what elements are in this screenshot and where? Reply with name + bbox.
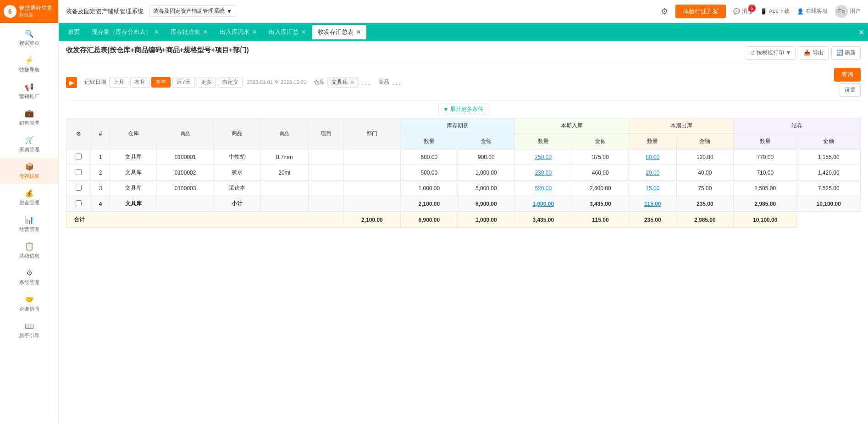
tab-4[interactable]: 出入库汇总✕ [263,25,311,39]
try-button[interactable]: 体验行业方案 [675,5,726,18]
settings-icon[interactable]: ⚙ [661,6,668,16]
row-no-2: 3 [91,181,110,196]
tab-5[interactable]: 收发存汇总表✕ [312,25,366,39]
row-dept-1 [343,165,400,181]
tab-3[interactable]: 出入库流水✕ [214,25,262,39]
user-action[interactable]: Ea 用户 [835,5,861,18]
subtotal-out-amt: 235.00 [676,196,733,212]
refresh-button[interactable]: 🔄 刷新 [831,46,861,60]
sidebar-item-6[interactable]: 💰资金管理 [0,184,58,211]
sidebar-icon-2: 📢 [25,82,34,91]
total-row: 合计 2,100.00 6,900.00 1,000.00 3,435.00 1… [66,212,861,228]
tab-close-2[interactable]: ✕ [203,29,208,35]
col-no-header: # [91,118,110,149]
chevron-down-icon: ▼ [785,49,791,56]
in-amt-header: 金额 [572,134,629,149]
date-btn-上月[interactable]: 上月 [109,77,128,88]
col-dept-header: 部门 [343,118,400,149]
sidebar-item-0[interactable]: 🔍搜索菜单 [0,25,58,51]
sidebar-item-4[interactable]: 🛒采购管理 [0,131,58,158]
print-button[interactable]: 🖨 按模板打印 ▼ [745,46,796,60]
subtotal-dept [343,196,400,212]
system-select[interactable]: 装备及固定资产辅助管理系统 ▼ [149,5,236,17]
page-content: 收发存汇总表(按仓库+商品编码+商品+规格型号+项目+部门) 🖨 按模板打印 ▼… [59,41,868,423]
warehouse-more[interactable]: ... [361,77,371,87]
row-name-2: 采访本 [214,181,260,196]
tab-label-1: 现存量（库存分布表） [92,28,151,36]
date-btn-近7天[interactable]: 近7天 [172,77,195,88]
sidebar-item-11[interactable]: 📖新手引导 [0,317,58,344]
tab-close-3[interactable]: ✕ [252,29,257,35]
page-title: 收发存汇总表(按仓库+商品编码+商品+规格型号+项目+部门) [66,46,249,55]
sidebar-item-7[interactable]: 📊经营管理 [0,211,58,237]
row-project-1 [308,165,343,181]
export-icon: 📤 [804,49,811,56]
tab-close-1[interactable]: ✕ [154,29,159,35]
subtotal-in-qty: 1,000.00 [515,196,572,212]
total-bal-qty: 2,985.00 [676,212,733,228]
total-open-amt: 6,900.00 [401,212,458,228]
sidebar-item-10[interactable]: 🤝企业协同 [0,291,58,317]
refresh-icon: 🔄 [836,49,843,56]
query-button[interactable]: 查询 [834,68,861,82]
table-wrapper: ⚙ # 仓库 商品 商品 商品 项目 部门 库存期初 本期入库 本期出库 结存 [59,118,868,423]
row-checkbox-2[interactable] [66,181,91,196]
row-in-qty-0: 250.00 [515,149,572,165]
date-btn-本年[interactable]: 本年 [151,77,171,88]
row-in-qty-1: 230.00 [515,165,572,181]
tab-2[interactable]: 库存批次账✕ [165,25,213,39]
col-in-header: 本期入库 [515,118,629,134]
collapse-arrow[interactable]: ▶ [66,77,77,88]
expand-conditions-button[interactable]: ▼ 展开更多条件 [438,104,489,115]
tab-1[interactable]: 现存量（库存分布表）✕ [86,25,164,39]
date-btn-更多[interactable]: 更多 [197,77,216,88]
sidebar-icon-1: ⚡ [25,56,34,65]
sidebar-item-8[interactable]: 📋基础信息 [0,237,58,264]
sidebar-item-1[interactable]: ⚡快捷导航 [0,51,58,78]
product-more[interactable]: ... [392,77,402,87]
close-all-tabs[interactable]: ✕ [858,28,864,37]
subtotal-project [308,196,343,212]
sidebar: 6 畅捷通好生意 标准版 🔍搜索菜单⚡快捷导航📢营销推广💼销售管理🛒采购管理📦库… [0,0,59,423]
warehouse-tag-close[interactable]: ✕ [350,79,354,86]
settings-button[interactable]: 设置 [840,83,861,97]
message-action[interactable]: 💬 消息 6 [733,7,753,15]
tab-close-4[interactable]: ✕ [301,29,306,35]
table-row: 3 文具库 0100003 采访本 1,000.00 5,000.00 520.… [66,181,861,196]
sidebar-icon-0: 🔍 [25,29,34,38]
sidebar-icon-6: 💰 [25,189,34,198]
message-badge: 6 [748,5,756,12]
row-checkbox-1[interactable] [66,165,91,181]
table-row: 1 文具库 0100001 中性笔 0.7mm 600.00 900.00 25… [66,149,861,165]
page-header: 收发存汇总表(按仓库+商品编码+商品+规格型号+项目+部门) 🖨 按模板打印 ▼… [59,41,868,63]
sidebar-label-3: 销售管理 [19,120,39,126]
app-download-action[interactable]: 📱 App下载 [760,7,790,15]
tab-0[interactable]: 首页 [62,25,85,39]
gear-icon[interactable]: ⚙ [76,131,81,137]
sidebar-item-2[interactable]: 📢营销推广 [0,78,58,104]
total-bal-amt: 10,100.00 [734,212,797,228]
avatar: Ea [835,5,848,18]
row-project-0 [308,149,343,165]
col-opening-header: 库存期初 [401,118,515,134]
tab-label-4: 出入库汇总 [269,28,299,36]
row-code-2: 0100003 [157,181,214,196]
subtotal-code [157,196,214,212]
sidebar-item-9[interactable]: ⚙系统管理 [0,264,58,291]
sidebar-item-5[interactable]: 📦库存核算 [0,158,58,184]
row-in-qty-2: 520.00 [515,181,572,196]
phone-icon: 📱 [760,8,767,15]
col-settings-header: ⚙ [66,118,91,149]
subtotal-warehouse: 文具库 [110,196,157,212]
date-btn-本月[interactable]: 本月 [130,77,149,88]
tab-close-5[interactable]: ✕ [356,29,361,35]
sidebar-item-3[interactable]: 💼销售管理 [0,104,58,131]
export-button[interactable]: 📤 导出 [799,46,828,60]
online-service-action[interactable]: 👤 在线客服 [797,7,828,15]
row-code-0: 0100001 [157,149,214,165]
date-btn-自定义[interactable]: 自定义 [218,77,243,88]
sidebar-icon-4: 🛒 [25,136,34,144]
tab-label-5: 收发存汇总表 [318,28,354,36]
row-checkbox-0[interactable] [66,149,91,165]
subtotal-checkbox[interactable] [66,196,91,212]
